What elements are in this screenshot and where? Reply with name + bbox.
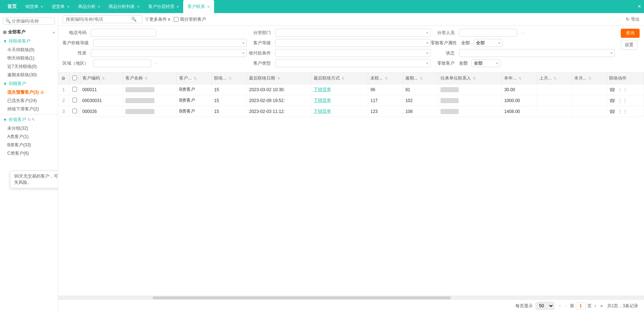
- table-row: 2 00030031 B类客户 15 2023-02-09 19:52: 下销货…: [58, 95, 644, 106]
- all-customers-title[interactable]: ⊞ 全部客户 «: [0, 28, 58, 37]
- more-icon-1[interactable]: ⋮⋮: [617, 98, 628, 104]
- contact-icon-0[interactable]: ☎: [609, 87, 615, 93]
- sidebar-item-overdue[interactable]: 逾期未联络(30): [0, 71, 58, 79]
- close-purchase-tab[interactable]: ×: [67, 4, 69, 9]
- section-pending-contact[interactable]: ▼ 待联络客户: [0, 37, 58, 46]
- row-cb-2[interactable]: [69, 106, 80, 117]
- close-window-btn[interactable]: ×: [638, 3, 641, 10]
- first-page-btn[interactable]: «: [557, 303, 563, 309]
- customer-type-select[interactable]: [275, 59, 431, 67]
- th-type[interactable]: 客户... ⇅: [177, 73, 212, 84]
- manager-input[interactable]: [459, 29, 517, 37]
- close-goods-analysis-list-tab[interactable]: ×: [137, 4, 139, 9]
- export-btn[interactable]: ↻ 导出: [626, 16, 640, 23]
- sparse-select[interactable]: 全部: [471, 59, 500, 67]
- th-settings[interactable]: ⚙: [58, 73, 69, 84]
- sidebar-item-ungrouped[interactable]: 未分组(32): [0, 124, 58, 133]
- more-conditions-btn[interactable]: ▽ 更多条件 ∧: [145, 16, 171, 23]
- sidebar-item-declining[interactable]: 持续下滑客户(2): [0, 105, 58, 113]
- sidebar-item-churn-warning[interactable]: 流失预警客户(3) ⚠: [0, 88, 58, 97]
- sidebar-item-tomorrow[interactable]: 明天待联络(1): [0, 54, 58, 62]
- close-customer-contact-tab[interactable]: ×: [207, 4, 209, 9]
- row-last-date-0: 2023-03-02 10:30:: [247, 84, 311, 95]
- section-review-arrow: ▼: [3, 81, 7, 86]
- th-uncontact[interactable]: 未联... ⇅: [368, 73, 403, 84]
- th-this-year[interactable]: 本年... ⇅: [502, 73, 537, 84]
- nav-goods-analysis-list[interactable]: 商品分析列表 ×: [104, 0, 144, 13]
- sidebar-search-input[interactable]: [12, 19, 52, 24]
- customer-grade-select[interactable]: [275, 39, 431, 47]
- sidebar-item-today[interactable]: 今天待联络(0): [0, 46, 58, 54]
- close-goods-analysis-tab[interactable]: ×: [98, 4, 100, 9]
- th-last-method[interactable]: 最后联络方式 ⇅: [311, 73, 368, 84]
- contact-icon-2[interactable]: ☎: [609, 109, 615, 114]
- nav-purchase[interactable]: 进货单 ×: [47, 0, 73, 13]
- th-this-month[interactable]: 本月... ⇅: [572, 73, 607, 84]
- page-size-select[interactable]: 50 20 100: [536, 302, 554, 310]
- row-cb-1[interactable]: [69, 95, 80, 106]
- horizontal-scrollbar[interactable]: [58, 296, 644, 299]
- th-last-month[interactable]: 上月... ⇅: [537, 73, 572, 84]
- search-box[interactable]: 🔍: [63, 15, 142, 23]
- dept-select[interactable]: [275, 29, 431, 37]
- more-icon-2[interactable]: ⋮⋮: [617, 109, 628, 114]
- th-contact[interactable]: 联络... ⇅: [212, 73, 247, 84]
- sidebar-item-classA[interactable]: A类客户(1): [0, 133, 58, 141]
- close-sales-tab[interactable]: ×: [41, 4, 43, 9]
- row-contact-0: 15: [212, 84, 247, 95]
- nav-sales[interactable]: 销货单 ×: [21, 0, 47, 13]
- th-contact-person[interactable]: 往来单位联系人 ⇅: [438, 73, 502, 84]
- filter-row-3: 性质 ▾ 收付款条件 ▾: [63, 49, 615, 57]
- row-last-method-0[interactable]: 下销货单: [311, 84, 368, 95]
- select-all-checkbox[interactable]: [72, 76, 77, 80]
- nav-customer-contact[interactable]: 客户联系 ×: [183, 0, 214, 13]
- customer-table: ⚙ 客户编码 ⇅ 客户名称 ⇅ 客户...: [58, 73, 644, 117]
- sidebar-item-churned[interactable]: 已流失客户(24): [0, 97, 58, 105]
- nav-home[interactable]: 首页: [3, 0, 21, 13]
- th-code[interactable]: 客户编码 ⇅: [80, 73, 123, 84]
- my-customers-checkbox[interactable]: 我分管的客户: [174, 16, 206, 23]
- page-input[interactable]: [576, 302, 586, 309]
- table-area: ⚙ 客户编码 ⇅ 客户名称 ⇅ 客户...: [58, 73, 644, 296]
- region-input[interactable]: [93, 59, 151, 67]
- section-review[interactable]: ▼ 回顾客户: [0, 79, 58, 88]
- th-last-date[interactable]: 最后联络日期 ⇅: [247, 73, 311, 84]
- query-btn[interactable]: 查询: [621, 29, 640, 38]
- row-cb-0[interactable]: [69, 84, 80, 95]
- region-dots[interactable]: ···: [153, 61, 160, 66]
- manager-dots[interactable]: ···: [519, 30, 526, 35]
- row-last-month-0: [537, 84, 572, 95]
- status-select[interactable]: [459, 49, 615, 57]
- close-customer-tier-tab[interactable]: ×: [177, 4, 179, 9]
- sidebar-item-classC[interactable]: C类客户(6): [0, 149, 58, 158]
- row-last-date-2: 2023-02-03 11:12:: [247, 106, 311, 117]
- th-overdue[interactable]: 逾期... ⇅: [403, 73, 438, 84]
- price-grade-select[interactable]: [93, 39, 247, 47]
- page-label2: 页: [587, 303, 592, 309]
- refresh-icon[interactable]: ↻: [28, 117, 31, 122]
- scrollbar-thumb[interactable]: [153, 296, 451, 299]
- phone-input[interactable]: [91, 29, 156, 37]
- row-last-method-1[interactable]: 下销货单: [311, 95, 368, 106]
- last-page-btn[interactable]: »: [599, 303, 604, 309]
- nature-select[interactable]: [91, 49, 247, 57]
- sidebar-search-box[interactable]: 🔍: [3, 17, 55, 25]
- nav-customer-tier[interactable]: 客户分层经营 ×: [144, 0, 183, 13]
- setting-btn[interactable]: 设置: [621, 40, 637, 50]
- search-icon[interactable]: 🔍: [131, 17, 137, 22]
- search-input[interactable]: [66, 17, 131, 22]
- payment-select[interactable]: [275, 49, 431, 57]
- sidebar-item-classB[interactable]: B类客户(33): [0, 141, 58, 149]
- more-icon-0[interactable]: ⋮⋮: [617, 87, 628, 93]
- contact-icon-1[interactable]: ☎: [609, 98, 615, 104]
- th-name[interactable]: 客户名称 ⇅: [123, 73, 177, 84]
- row-last-method-2[interactable]: 下销货单: [311, 106, 368, 117]
- next-page-btn[interactable]: ›: [593, 303, 597, 309]
- nav-goods-analysis[interactable]: 商品分析 ×: [74, 0, 104, 13]
- sparse-attr-select[interactable]: 全部: [474, 39, 503, 47]
- sidebar-item-7days[interactable]: 近7天待联络(0): [0, 62, 58, 71]
- edit-icon[interactable]: ✎: [32, 117, 35, 122]
- section-value[interactable]: ▼ 价值客户 ↻ ✎: [0, 115, 58, 124]
- prev-page-btn[interactable]: ‹: [564, 303, 568, 309]
- my-customers-check[interactable]: [174, 17, 178, 22]
